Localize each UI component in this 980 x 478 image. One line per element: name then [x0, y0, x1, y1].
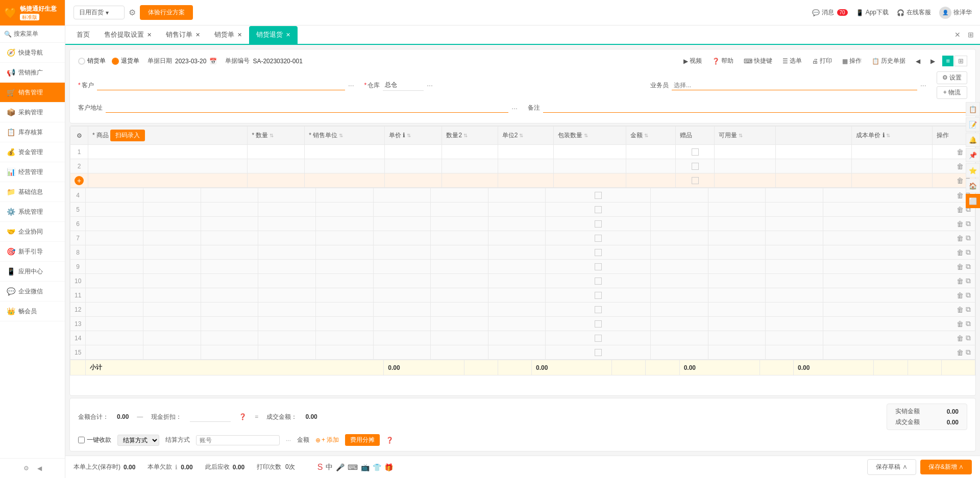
- available-cell[interactable]: [650, 245, 708, 260]
- product-cell[interactable]: [86, 345, 143, 360]
- right-side-btn-4[interactable]: 📌: [966, 148, 980, 162]
- qty-cell[interactable]: [143, 188, 201, 203]
- unit2-cell[interactable]: [373, 188, 431, 203]
- unit2-cell[interactable]: [498, 159, 553, 173]
- delete-row-icon[interactable]: 🗑: [957, 348, 964, 357]
- available-cell[interactable]: [715, 173, 775, 188]
- product-cell[interactable]: [86, 317, 143, 331]
- sales-unit-cell[interactable]: [201, 345, 258, 360]
- amount-cell[interactable]: [488, 260, 546, 274]
- cost-price-spacer[interactable]: [708, 331, 766, 345]
- notification-btn[interactable]: 💬 消息 70: [812, 8, 848, 17]
- qty2-cell[interactable]: [315, 260, 373, 274]
- amount-cell[interactable]: [626, 159, 675, 173]
- radio-sales-return[interactable]: 退货单: [112, 57, 139, 65]
- qty-cell[interactable]: [143, 303, 201, 317]
- gift-checkbox[interactable]: [595, 206, 602, 213]
- video-btn[interactable]: ▶ 视频: [680, 56, 705, 66]
- unit-price-cell[interactable]: [258, 188, 316, 203]
- right-side-btn-1[interactable]: 📋: [966, 102, 980, 116]
- tab-close-icon[interactable]: ✕: [195, 32, 200, 38]
- pack-qty-cell[interactable]: [431, 331, 488, 345]
- product-cell[interactable]: [86, 274, 143, 288]
- tab-home[interactable]: 首页: [69, 26, 97, 44]
- unit-price-cell[interactable]: [258, 245, 316, 260]
- sales-unit-cell[interactable]: [201, 274, 258, 288]
- operate-btn[interactable]: ▦ 操作: [839, 56, 865, 66]
- gift-cell[interactable]: [675, 173, 715, 188]
- select-order-btn[interactable]: ☰ 选单: [779, 56, 805, 66]
- pack-qty-cell[interactable]: [554, 145, 626, 159]
- unit-price-cell[interactable]: [258, 203, 316, 217]
- available-cell[interactable]: [650, 331, 708, 345]
- screen-icon[interactable]: 📺: [361, 463, 370, 471]
- copy-row-icon[interactable]: ⧉: [966, 319, 971, 328]
- cost-price-spacer[interactable]: [708, 188, 766, 203]
- product-cell[interactable]: [86, 331, 143, 345]
- logistics-btn[interactable]: + 物流: [937, 86, 967, 99]
- product-cell[interactable]: [86, 245, 143, 260]
- qty2-cell[interactable]: [315, 245, 373, 260]
- th-unit2[interactable]: 单位2: [498, 127, 553, 145]
- qty-cell[interactable]: [143, 274, 201, 288]
- sidebar-item-wechat[interactable]: 💬 企业微信: [0, 282, 65, 301]
- available-cell[interactable]: [650, 303, 708, 317]
- delete-row-icon[interactable]: 🗑: [957, 248, 964, 257]
- account-dots[interactable]: ···: [286, 437, 291, 444]
- amount-cell[interactable]: [488, 274, 546, 288]
- amount-cell[interactable]: [488, 288, 546, 303]
- unit-price-cell[interactable]: [258, 274, 316, 288]
- app-download-btn[interactable]: 📱 App下载: [856, 8, 889, 17]
- sales-unit-cell[interactable]: [201, 231, 258, 245]
- remark-input[interactable]: [543, 103, 967, 113]
- sidebar-item-app-center[interactable]: 📱 应用中心: [0, 262, 65, 282]
- pack-qty-cell[interactable]: [431, 274, 488, 288]
- right-side-btn-3[interactable]: 🔔: [966, 133, 980, 147]
- delete-row-icon[interactable]: 🗑: [957, 334, 964, 342]
- gift-checkbox[interactable]: [595, 349, 602, 356]
- product-cell-active[interactable]: [88, 173, 248, 188]
- copy-row-icon[interactable]: ⧉: [966, 248, 971, 257]
- th-settings[interactable]: ⚙: [70, 127, 88, 145]
- sidebar-item-inventory[interactable]: 📋 库存核算: [0, 122, 65, 142]
- available-cell[interactable]: [650, 231, 708, 245]
- print-btn[interactable]: 🖨 打印: [809, 56, 835, 66]
- customer-input[interactable]: [97, 81, 345, 90]
- pack-qty-cell[interactable]: [431, 345, 488, 360]
- sales-unit-cell[interactable]: [201, 217, 258, 231]
- shirt-icon[interactable]: 👕: [373, 463, 381, 471]
- amount-cell[interactable]: [488, 245, 546, 260]
- cost-price-cell[interactable]: [766, 274, 823, 288]
- qty-cell[interactable]: [143, 288, 201, 303]
- qty2-cell[interactable]: [315, 217, 373, 231]
- th-pack-qty[interactable]: 包装数量: [554, 127, 626, 145]
- pack-qty-cell[interactable]: [431, 188, 488, 203]
- copy-row-icon[interactable]: ⧉: [966, 262, 971, 271]
- unit2-cell[interactable]: [373, 274, 431, 288]
- add-payment-btn[interactable]: ⊕ + 添加: [315, 436, 339, 444]
- tab-close-icon[interactable]: ✕: [286, 32, 290, 38]
- qty-cell[interactable]: [248, 173, 305, 188]
- unit-price-cell[interactable]: [384, 159, 442, 173]
- settings-icon[interactable]: ⚙: [21, 463, 31, 474]
- copy-row-icon[interactable]: ⧉: [966, 291, 971, 299]
- calc-method-select[interactable]: 结算方式: [117, 435, 159, 446]
- amount-cell[interactable]: [488, 317, 546, 331]
- gift-checkbox[interactable]: [595, 192, 602, 199]
- delete-row-icon[interactable]: 🗑: [957, 206, 964, 214]
- th-sales-unit[interactable]: * 销售单位: [305, 127, 385, 145]
- close-tab-btn[interactable]: ✕: [952, 29, 963, 41]
- gift-checkbox[interactable]: [595, 249, 602, 256]
- sales-unit-cell[interactable]: [201, 188, 258, 203]
- tab-sales-return[interactable]: 销货退货 ✕: [249, 26, 298, 44]
- tab-close-icon[interactable]: ✕: [237, 32, 242, 38]
- sales-unit-cell[interactable]: [305, 159, 385, 173]
- product-cell[interactable]: [86, 260, 143, 274]
- unit2-cell[interactable]: [498, 173, 553, 188]
- sidebar-item-finance[interactable]: 💰 资金管理: [0, 142, 65, 162]
- pack-qty-cell[interactable]: [431, 303, 488, 317]
- gift-cell[interactable]: [675, 159, 715, 173]
- pack-qty-cell[interactable]: [431, 231, 488, 245]
- sidebar-item-quick-nav[interactable]: 🧭 快捷导航: [0, 43, 65, 63]
- pack-qty-cell[interactable]: [431, 317, 488, 331]
